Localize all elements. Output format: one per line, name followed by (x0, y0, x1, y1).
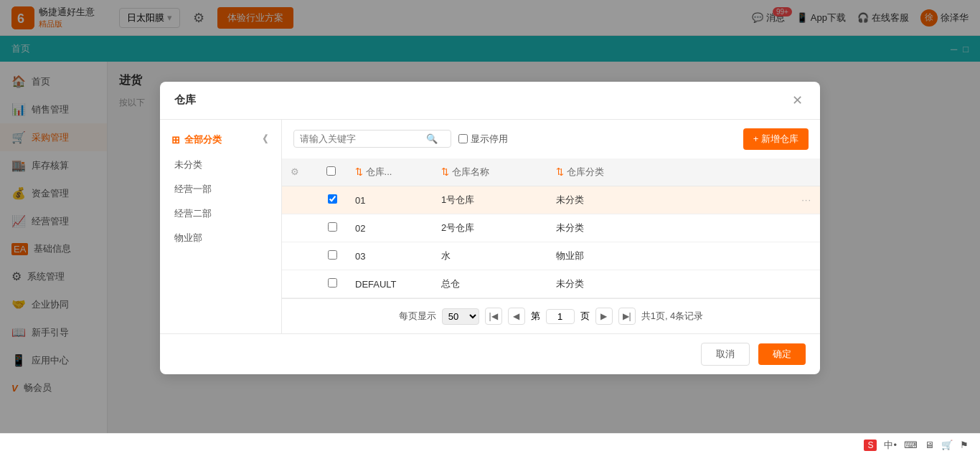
table-row[interactable]: 03 水 物业部 (282, 242, 820, 270)
sort-icon: ⇅ (355, 166, 363, 177)
th-checkbox (318, 158, 347, 186)
modal-overlay: 仓库 ✕ ⊞ 全部分类 《 未分类 经营一部 经营二部 物业部 (0, 0, 980, 456)
all-categories-label: 全部分类 (184, 133, 222, 146)
modal-footer: 取消 确定 (160, 333, 820, 374)
table-panel: 🔍 显示停用 + 新增仓库 ⚙ (282, 120, 820, 334)
row-checkbox-1 (318, 186, 347, 214)
page-input[interactable] (546, 309, 575, 324)
cancel-button[interactable]: 取消 (701, 343, 750, 366)
row-cat-1: 未分类 ··· (547, 186, 820, 214)
bottom-keyboard-icon[interactable]: ⌨ (904, 440, 918, 450)
table-head: ⚙ ⇅ 仓库... ⇅ 仓库名称 ⇅ 仓库分类 (282, 158, 820, 186)
row-gear-1 (282, 186, 318, 214)
category-item-dept1[interactable]: 经营一部 (160, 177, 281, 201)
category-item-unclassified[interactable]: 未分类 (160, 153, 281, 177)
row-gear-4 (282, 270, 318, 298)
select-all-checkbox[interactable] (326, 166, 336, 176)
table-body: 01 1号仓库 未分类 ··· 02 (282, 186, 820, 298)
page-label: 第 (531, 310, 540, 323)
category-item-dept2[interactable]: 经营二部 (160, 201, 281, 226)
row-index-1: 01 (347, 186, 433, 214)
bottom-bar: S 中• ⌨ 🖥 🛒 ⚑ (0, 433, 980, 456)
show-disabled-text: 显示停用 (471, 133, 508, 146)
last-page-btn[interactable]: ▶| (618, 308, 636, 325)
gear-icon[interactable]: ⚙ (291, 166, 299, 177)
page-info: 共1页, 4条记录 (641, 310, 704, 323)
row-check-4[interactable] (328, 278, 337, 288)
warehouse-table: ⚙ ⇅ 仓库... ⇅ 仓库名称 ⇅ 仓库分类 (282, 158, 820, 299)
row-cat-2: 未分类 (547, 214, 820, 242)
row-name-3: 水 (433, 242, 547, 270)
modal-body: ⊞ 全部分类 《 未分类 经营一部 经营二部 物业部 🔍 (160, 120, 820, 334)
th-name: ⇅ 仓库名称 (433, 158, 547, 186)
table-row[interactable]: 02 2号仓库 未分类 (282, 214, 820, 242)
sort-icon-cat: ⇅ (556, 166, 564, 177)
bottom-cart-icon[interactable]: 🛒 (941, 440, 953, 450)
row-check-3[interactable] (328, 250, 337, 260)
all-categories-header[interactable]: ⊞ 全部分类 《 (160, 127, 281, 153)
search-icon[interactable]: 🔍 (426, 133, 438, 144)
row-cat-4: 未分类 (547, 270, 820, 298)
row-index-2: 02 (347, 214, 433, 242)
show-disabled-checkbox[interactable] (458, 134, 468, 143)
per-page-label: 每页显示 (399, 310, 436, 323)
row-check-1[interactable] (328, 194, 337, 204)
row-index-4: DEFAULT (347, 270, 433, 298)
bottom-cn-icon[interactable]: 中• (884, 439, 897, 452)
table-scroll: ⚙ ⇅ 仓库... ⇅ 仓库名称 ⇅ 仓库分类 (282, 158, 820, 299)
category-panel: ⊞ 全部分类 《 未分类 经营一部 经营二部 物业部 (160, 120, 282, 334)
collapse-btn[interactable]: 《 (255, 133, 270, 147)
pagination-area: 每页显示 50 100 200 |◀ ◀ 第 页 ▶ ▶| 共1页, 4条记录 (282, 298, 820, 333)
row-check-2[interactable] (328, 222, 337, 232)
row-checkbox-2 (318, 214, 347, 242)
th-gear: ⚙ (282, 158, 318, 186)
table-row[interactable]: DEFAULT 总仓 未分类 (282, 270, 820, 298)
row-gear-3 (282, 242, 318, 270)
grid-icon: ⊞ (171, 134, 180, 146)
warehouse-modal: 仓库 ✕ ⊞ 全部分类 《 未分类 经营一部 经营二部 物业部 (160, 82, 820, 375)
row-name-2: 2号仓库 (433, 214, 547, 242)
bottom-logo: S (864, 440, 877, 451)
search-input[interactable] (300, 133, 422, 144)
modal-close-button[interactable]: ✕ (788, 92, 806, 109)
modal-header: 仓库 ✕ (160, 82, 820, 120)
modal-title: 仓库 (174, 93, 196, 107)
row-index-3: 03 (347, 242, 433, 270)
search-input-wrap: 🔍 (293, 130, 451, 148)
th-code: ⇅ 仓库... (347, 158, 433, 186)
per-page-select[interactable]: 50 100 200 (442, 308, 479, 325)
show-disabled-label[interactable]: 显示停用 (458, 133, 508, 146)
bottom-flag-icon[interactable]: ⚑ (960, 440, 969, 450)
row-name-4: 总仓 (433, 270, 547, 298)
row-checkbox-4 (318, 270, 347, 298)
row-name-1: 1号仓库 (433, 186, 547, 214)
category-item-property[interactable]: 物业部 (160, 226, 281, 250)
page-unit: 页 (580, 310, 590, 323)
new-warehouse-button[interactable]: + 新增仓库 (743, 128, 809, 150)
table-row[interactable]: 01 1号仓库 未分类 ··· (282, 186, 820, 214)
row-checkbox-3 (318, 242, 347, 270)
first-page-btn[interactable]: |◀ (485, 308, 502, 325)
row-gear-2 (282, 214, 318, 242)
th-category: ⇅ 仓库分类 (547, 158, 820, 186)
next-page-btn[interactable]: ▶ (595, 308, 613, 325)
row-cat-3: 物业部 (547, 242, 820, 270)
more-icon-1[interactable]: ··· (801, 194, 811, 205)
sort-icon-name: ⇅ (441, 166, 449, 177)
bottom-monitor-icon[interactable]: 🖥 (925, 440, 934, 450)
table-toolbar: 🔍 显示停用 + 新增仓库 (282, 120, 820, 158)
prev-page-btn[interactable]: ◀ (508, 308, 525, 325)
confirm-button[interactable]: 确定 (758, 343, 806, 365)
